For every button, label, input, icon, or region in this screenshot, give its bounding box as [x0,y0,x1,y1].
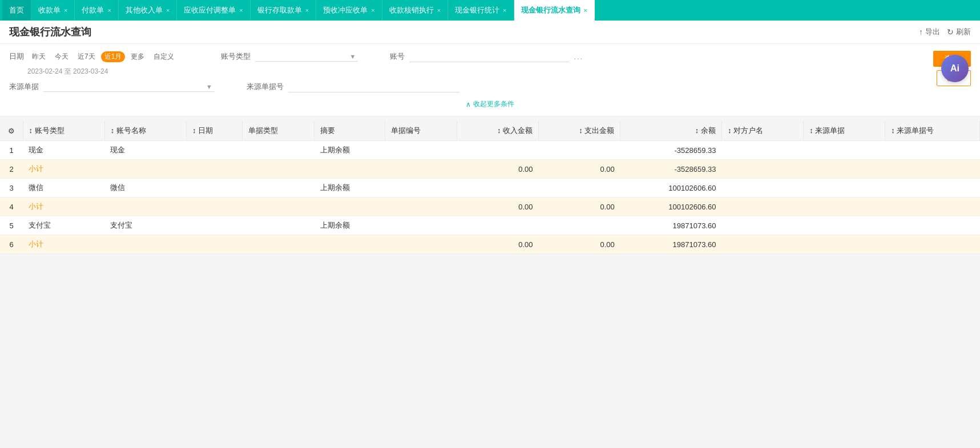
col-header-acct-name[interactable]: ↕ 账号名称 [104,121,186,141]
export-button[interactable]: ↑ 导出 [919,27,940,37]
cell-acct-type: 小计 [23,197,104,216]
nav-tab-collection-exec[interactable]: 收款核销执行 × [382,0,448,21]
cell-doc-type [243,216,314,235]
cell-acct-name [104,160,186,179]
source-doc-select[interactable]: ▼ [43,82,215,92]
cell-expense: 0.00 [539,235,620,254]
col-label-doc-type: 单据类型 [248,126,278,135]
date-range-text: 2023-02-24 至 2023-03-24 [27,67,108,75]
cell-acct-name [104,235,186,254]
nav-bank-deposit-label: 银行存取款单 [257,5,302,15]
close-other-income-icon[interactable]: × [166,7,170,14]
col-label-source-doc: ↕ 来源单据 [809,126,845,135]
col-label-doc-no: 单据编号 [391,126,421,135]
cell-date [186,160,242,179]
cell-summary: 上期余额 [314,141,385,160]
cell-counterparty [721,179,803,197]
date-btn-7days[interactable]: 近7天 [74,51,99,62]
nav-tab-prepay[interactable]: 预收冲应收单 × [316,0,382,21]
close-payment-icon[interactable]: × [107,7,111,14]
col-header-source-doc[interactable]: ↕ 来源单据 [804,121,885,141]
table-row: 3微信微信上期余额100102606.60 [0,179,980,197]
date-btn-more[interactable]: 更多 [127,51,148,62]
cell-source-doc [804,141,885,160]
nav-tab-bank-deposit[interactable]: 银行存取款单 × [251,0,316,21]
refresh-button[interactable]: ↻ 刷新 [947,27,971,37]
ai-label: Ai [950,63,959,74]
cell-income: 0.00 [457,197,538,216]
cell-expense: 0.00 [539,197,620,216]
cell-balance: 19871073.60 [620,216,722,235]
nav-tab-payment[interactable]: 付款单 × [75,0,118,21]
col-header-balance[interactable]: ↕ 余额 [620,121,722,141]
date-btn-yesterday[interactable]: 昨天 [29,51,49,62]
nav-tab-receipt[interactable]: 收款单 × [31,0,75,21]
close-collection-exec-icon[interactable]: × [437,7,441,14]
nav-receipt-label: 收款单 [38,5,61,15]
date-btn-custom[interactable]: 自定义 [150,51,178,62]
account-input[interactable] [409,51,569,62]
source-doc-no-label: 来源单据号 [247,82,284,92]
cell-source-doc [804,235,885,254]
cell-income [457,141,538,160]
close-bank-deposit-icon[interactable]: × [305,7,309,14]
col-header-doc-no: 单据编号 [385,121,457,141]
close-ar-ap-icon[interactable]: × [239,7,243,14]
cell-date [186,141,242,160]
nav-tab-other-income[interactable]: 其他收入单 × [119,0,177,21]
ai-badge[interactable]: Ai [941,55,969,82]
cell-acct-type: 微信 [23,179,104,197]
close-prepay-icon[interactable]: × [371,7,374,14]
filter-account-type: 账号类型 ▼ [221,51,358,62]
col-label-acct-type: ↕ 账号类型 [29,126,64,135]
close-bank-stats-icon[interactable]: × [503,7,506,14]
col-label-date: ↕ 日期 [192,126,213,135]
nav-tab-home[interactable]: 首页 [2,0,31,21]
filter-source-doc-no: 来源单据号 [247,81,459,92]
cell-counterparty [721,160,803,179]
account-type-select[interactable]: ▼ [255,52,358,62]
account-label: 账号 [390,51,405,62]
cell-date [186,235,242,254]
account-type-label: 账号类型 [221,51,251,62]
nav-tab-bank-flow[interactable]: 现金银行流水查询 × [514,0,595,21]
col-header-counterparty[interactable]: ↕ 对方户名 [721,121,803,141]
table-row: 2小计0.000.00-3528659.33 [0,160,980,179]
cell-balance: -3528659.33 [620,160,722,179]
source-doc-no-input[interactable] [288,81,459,92]
col-header-source-no[interactable]: ↕ 来源单据号 [885,121,980,141]
collapse-bar[interactable]: ∧ 收起更多条件 [9,99,971,109]
cell-acct-name [104,197,186,216]
col-header-acct-type[interactable]: ↕ 账号类型 [23,121,104,141]
cell-summary: 上期余额 [314,179,385,197]
top-nav: 首页 收款单 × 付款单 × 其他收入单 × 应收应付调整单 × 银行存取款单 … [0,0,980,21]
filter-row-2: 来源单据 ▼ 来源单据号 [9,81,924,92]
cell-date [186,216,242,235]
cell-num: 4 [0,197,23,216]
col-header-date[interactable]: ↕ 日期 [186,121,242,141]
cell-doc-type [243,197,314,216]
cell-expense [539,179,620,197]
nav-other-income-label: 其他收入单 [126,5,163,15]
cell-counterparty [721,235,803,254]
page-header: 现金银行流水查询 ↑ 导出 ↻ 刷新 [0,21,980,44]
nav-tab-ar-ap[interactable]: 应收应付调整单 × [177,0,250,21]
nav-tab-bank-stats[interactable]: 现金银行统计 × [448,0,514,21]
table-row: 6小计0.000.0019871073.60 [0,235,980,254]
nav-bank-flow-label: 现金银行流水查询 [521,5,580,15]
cell-income: 0.00 [457,160,538,179]
col-header-income[interactable]: ↕ 收入金额 [457,121,538,141]
cell-doc-no [385,216,457,235]
cell-doc-no [385,197,457,216]
date-btn-today[interactable]: 今天 [51,51,72,62]
cell-date [186,179,242,197]
filter-area: 日期 昨天 今天 近7天 近1月 更多 自定义 账号类型 ▼ [0,44,980,116]
export-label: 导出 [925,27,940,37]
close-receipt-icon[interactable]: × [64,7,67,14]
account-more-button[interactable]: ... [574,53,583,61]
col-header-expense[interactable]: ↕ 支出金额 [539,121,620,141]
date-btn-1month[interactable]: 近1月 [101,51,126,62]
col-settings-icon[interactable]: ⚙ [0,121,23,141]
cell-summary [314,197,385,216]
close-bank-flow-icon[interactable]: × [584,7,587,14]
